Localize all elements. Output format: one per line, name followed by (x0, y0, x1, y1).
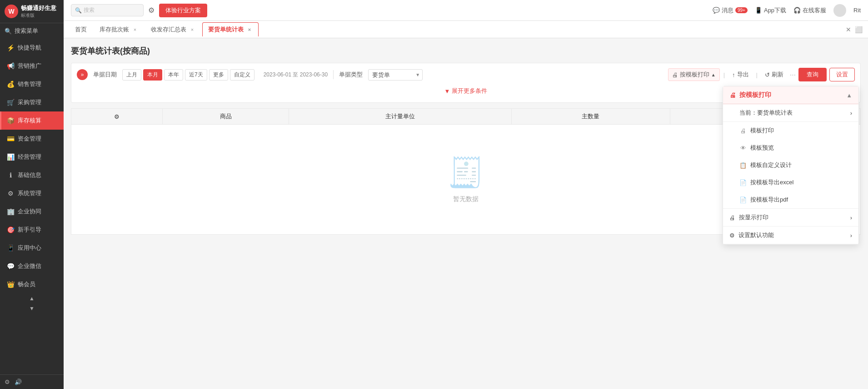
page-content: 要货单统计表(按商品) » 单据日期 上月本月本年近7天更多自定义 2023-0… (64, 38, 868, 389)
sidebar-item-member[interactable]: 👑 畅会员 (0, 275, 64, 293)
filter-toggle-btn[interactable]: » (77, 69, 88, 80)
type-select[interactable]: 要货单 (368, 69, 423, 81)
nav-icon-system: ⚙ (6, 189, 15, 198)
dropdown-section-default: ⚙ 设置默认功能 › (723, 227, 858, 244)
sidebar-search[interactable]: 🔍 搜索菜单 (0, 23, 64, 39)
date-btn-5[interactable]: 自定义 (230, 69, 254, 81)
export-btn[interactable]: ↑ 导出 (728, 69, 753, 81)
tab-close-order_stats[interactable]: × (246, 26, 253, 33)
dropdown-item-icon-export_pdf: 📄 (739, 196, 747, 203)
dropdown-item-export_excel[interactable]: 📄 按模板导出excel (723, 174, 858, 191)
query-btn[interactable]: 查询 (798, 68, 827, 81)
app-download-label: App下载 (764, 6, 786, 15)
online-service-item[interactable]: 🎧 在线客服 (793, 6, 826, 15)
dropdown-item-template_custom[interactable]: 📋 模板自定义设计 (723, 157, 858, 174)
nav-icon-operations: 📊 (6, 152, 15, 162)
refresh-btn[interactable]: ↺ 刷新 (761, 69, 787, 81)
export-icon: ↑ (732, 71, 735, 78)
more-icon[interactable]: ⋯ (790, 71, 796, 78)
app-subtitle: 标准版 (21, 12, 56, 18)
topbar-gear-icon[interactable]: ⚙ (148, 6, 155, 15)
toolbar-divider: | (723, 71, 725, 78)
dropdown-section-items: 🖨 模板打印 👁 模板预览 📋 模板自定义设计 📄 按模板导出excel 📄 按… (723, 122, 858, 209)
table-header-settings[interactable]: ⚙ (71, 109, 163, 125)
sidebar-item-basics[interactable]: ℹ 基础信息 (0, 166, 64, 184)
industry-btn[interactable]: 体验行业方案 (159, 4, 207, 17)
sidebar-item-operations[interactable]: 📊 经营管理 (0, 148, 64, 166)
user-avatar[interactable] (833, 4, 846, 17)
scroll-up-btn[interactable]: ▲ (28, 294, 35, 303)
display-print-left: 🖨 按显示打印 (729, 213, 768, 222)
topbar-search-box[interactable]: 🔍 搜索 (71, 4, 144, 16)
sidebar-scroll-up[interactable]: ▲ (0, 293, 64, 303)
dropdown-header-left: 🖨 按模板打印 (729, 91, 771, 99)
display-print-icon: 🖨 (729, 214, 735, 221)
dropdown-title: 按模板打印 (739, 91, 771, 99)
tab-home[interactable]: 首页 (69, 22, 93, 36)
dropdown-current-item[interactable]: 当前：要货单统计表 › (723, 104, 858, 121)
dropdown-header-right: ▲ (846, 92, 852, 99)
app-title: 畅赚通好生意 (21, 5, 56, 12)
nav-icon-purchase: 🛒 (6, 98, 15, 107)
sidebar-item-apps[interactable]: 📱 应用中心 (0, 239, 64, 257)
sidebar-item-enterprise[interactable]: 🏢 企业协同 (0, 202, 64, 221)
tab-close-batch_accounts[interactable]: × (132, 26, 138, 33)
dropdown-item-export_pdf[interactable]: 📄 按模板导出pdf (723, 191, 858, 208)
tab-batch_accounts[interactable]: 库存批次账× (94, 22, 144, 36)
dropdown-item-template_preview[interactable]: 👁 模板预览 (723, 139, 858, 157)
tabs-bar: 首页库存批次账×收发存汇总表×要货单统计表× ✕ ⬜ (64, 21, 868, 38)
dropdown-section-current: 当前：要货单统计表 › (723, 104, 858, 122)
dropdown-header[interactable]: 🖨 按模板打印 ▲ (723, 86, 858, 104)
default-func-item[interactable]: ⚙ 设置默认功能 › (723, 227, 858, 244)
sound-icon[interactable]: 🔊 (15, 379, 22, 385)
sidebar-item-finance[interactable]: 💳 资金管理 (0, 130, 64, 148)
expand-label: 展开更多条件 (452, 87, 487, 95)
date-btn-1[interactable]: 本月 (143, 69, 162, 81)
sidebar-item-inventory[interactable]: 📦 库存核算 (0, 111, 64, 130)
close-window-btn[interactable]: ✕ (846, 26, 851, 33)
sidebar-item-marketing[interactable]: 📢 营销推广 (0, 57, 64, 75)
search-icon: 🔍 (5, 28, 12, 35)
tab-receipt_summary[interactable]: 收发存汇总表× (145, 22, 201, 36)
messages-badge: 99+ (735, 7, 748, 13)
dropdown-item-icon-template_preview: 👁 (739, 144, 747, 152)
display-print-item[interactable]: 🖨 按显示打印 › (723, 209, 858, 226)
empty-text: 暂无数据 (453, 195, 479, 203)
sidebar-item-wechat[interactable]: 💬 企业微信 (0, 257, 64, 275)
headset-icon: 🎧 (793, 7, 801, 14)
tab-close-receipt_summary[interactable]: × (189, 26, 195, 33)
date-btn-2[interactable]: 本年 (164, 69, 183, 81)
sidebar-item-sales[interactable]: 💰 销售管理 (0, 75, 64, 93)
date-btn-3[interactable]: 近7天 (185, 69, 207, 81)
sidebar-item-system[interactable]: ⚙ 系统管理 (0, 184, 64, 202)
messages-item[interactable]: 💬 消息 99+ (713, 6, 748, 15)
sidebar-scroll-down[interactable]: ▼ (0, 303, 64, 313)
dropdown-item-template_print[interactable]: 🖨 模板打印 (723, 122, 858, 139)
expand-more-btn[interactable]: ▼ 展开更多条件 (437, 84, 495, 98)
filter-row-main: » 单据日期 上月本月本年近7天更多自定义 2023-06-01 至 2023-… (77, 68, 855, 81)
tab-order_stats[interactable]: 要货单统计表× (202, 22, 259, 36)
settings-btn[interactable]: 设置 (829, 68, 855, 81)
sidebar-item-purchase[interactable]: 🛒 采购管理 (0, 93, 64, 111)
nav-icon-newbie: 🎯 (6, 225, 15, 234)
date-btn-0[interactable]: 上月 (122, 69, 141, 81)
empty-icon: 🧾 (448, 156, 484, 190)
settings-icon[interactable]: ⚙ (5, 379, 10, 385)
current-label: 当前：要货单统计表 (739, 109, 793, 117)
maximize-window-btn[interactable]: ⬜ (855, 26, 863, 33)
refresh-label: 刷新 (772, 71, 783, 79)
app-download-item[interactable]: 📱 App下载 (755, 6, 786, 15)
dropdown-item-icon-export_excel: 📄 (739, 179, 747, 186)
sidebar-logo: W 畅赚通好生意 标准版 (0, 0, 64, 23)
username: Rit (853, 7, 861, 14)
dropdown-item-label-template_print: 模板打印 (750, 126, 774, 135)
sidebar-item-quick-nav[interactable]: ⚡ 快捷导航 (0, 39, 64, 57)
default-func-left: ⚙ 设置默认功能 (729, 231, 774, 239)
print-dropdown-menu: 🖨 按模板打印 ▲ 当前：要货单统计表 › 🖨 模板打印 👁 模板预览 📋 (723, 86, 859, 245)
dropdown-item-icon-template_custom: 📋 (739, 162, 747, 169)
date-btn-4[interactable]: 更多 (209, 69, 228, 81)
scroll-down-btn[interactable]: ▼ (28, 304, 35, 313)
print-btn[interactable]: 🖨 按模板打印 ▲ (668, 68, 720, 81)
sidebar-item-newbie[interactable]: 🎯 新手引导 (0, 221, 64, 239)
current-arrow: › (850, 110, 852, 116)
